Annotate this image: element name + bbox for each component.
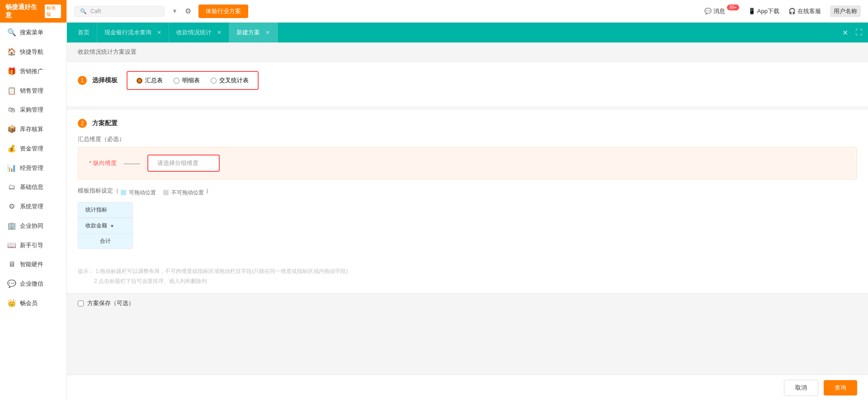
tab-collection-stats-label: 收款情况统计 (176, 28, 212, 37)
step1-title: 选择模板 (92, 76, 118, 85)
member-icon: 👑 (7, 299, 16, 307)
metrics-column-header[interactable]: 收款金额 ▾ (78, 218, 132, 234)
close-tab-button[interactable]: ✕ (840, 27, 850, 39)
tip2: 2.点击标题栏下拉可设置排序、插入列和删除列 (78, 277, 857, 287)
step2-badge: 2 (78, 119, 87, 128)
online-service-item[interactable]: 🎧 在线客服 (788, 7, 821, 15)
sidebar-item-system[interactable]: ⚙ 系统管理 (0, 197, 66, 216)
sidebar-item-quick-nav[interactable]: 🏠 快捷导航 (0, 42, 66, 61)
metrics-total-cell: 合计 (78, 234, 132, 249)
operation-icon: 📊 (7, 164, 16, 172)
guide-icon: 📖 (7, 241, 16, 249)
radio-cross-label: 交叉统计表 (219, 76, 249, 85)
sidebar-item-purchase[interactable]: 🛍 采购管理 (0, 100, 66, 119)
page-header: 收款情况统计方案设置 (67, 42, 868, 62)
cancel-button[interactable]: 取消 (784, 380, 818, 396)
maximize-button[interactable]: ⛶ (854, 27, 864, 39)
sidebar-item-label: 库存核算 (20, 125, 43, 133)
app-download-label: App下载 (757, 7, 779, 15)
column-dropdown-icon[interactable]: ▾ (111, 223, 113, 229)
sidebar-item-search-menu[interactable]: 🔍 搜索菜单 (0, 23, 66, 42)
dimension-select[interactable]: 请选择分组维度 (147, 155, 220, 172)
tab-collection-stats-close[interactable]: ✕ (217, 29, 222, 36)
metrics-legend: 可拖动位置 不可拖动位置 (121, 189, 204, 197)
step1-row: 1 选择模板 汇总表 明细表 交叉统计表 (78, 71, 857, 90)
metrics-header-suffix: ） (206, 187, 212, 195)
save-section: 方案保存（可选） (67, 293, 868, 313)
industry-solution-button[interactable]: 体验行业方案 (198, 5, 248, 18)
wechat-icon: 💬 (7, 279, 16, 288)
user-info[interactable]: 用户名称 (830, 5, 861, 17)
sidebar-item-label: 畅会员 (20, 299, 38, 307)
query-button[interactable]: 查询 (824, 380, 857, 395)
tips-section: 提示： 1.拖动标题栏可以调整布局，不可跨维度或指标区域拖动栏目字段(只能在同一… (67, 259, 868, 293)
sidebar-item-basic-info[interactable]: 🗂 基础信息 (0, 178, 66, 197)
tab-home[interactable]: 首页 (71, 23, 97, 42)
tab-new-plan[interactable]: 新建方案 ✕ (229, 23, 278, 42)
radio-detail-input[interactable] (174, 78, 179, 84)
save-checkbox[interactable] (78, 301, 84, 306)
sidebar-item-member[interactable]: 👑 畅会员 (0, 293, 66, 313)
basic-info-icon: 🗂 (7, 183, 16, 191)
legend-fixed: 不可拖动位置 (163, 189, 204, 197)
tab-new-plan-label: 新建方案 (236, 28, 260, 37)
step2-row: 2 方案配置 (78, 119, 857, 128)
system-icon: ⚙ (7, 202, 16, 211)
tab-cash-flow-label: 现金银行流水查询 (104, 28, 151, 37)
messages-label: 消息 (713, 7, 725, 15)
sidebar-item-finance[interactable]: 💰 资金管理 (0, 139, 66, 158)
sidebar-item-marketing[interactable]: 🎁 营销推广 (0, 61, 66, 81)
gear-icon[interactable]: ⚙ (185, 7, 191, 15)
app-download-item[interactable]: 📱 App下载 (748, 7, 779, 15)
enterprise-icon: 🏢 (7, 221, 16, 230)
content-area: 收款情况统计方案设置 1 选择模板 汇总表 明细表 (67, 42, 868, 400)
fixed-label: 不可拖动位置 (171, 189, 204, 197)
radio-summary-label: 汇总表 (145, 76, 163, 85)
main-area: 🔍 CaR ▼ ⚙ 体验行业方案 💬 消息 99+ 📱 App下载 🎧 在线客服 (67, 0, 868, 400)
search-box[interactable]: 🔍 CaR (74, 6, 165, 17)
logo-text: 畅捷通好生意 (5, 3, 41, 19)
search-text: CaR (90, 8, 101, 14)
radio-cross[interactable]: 交叉统计表 (211, 76, 249, 85)
radio-detail[interactable]: 明细表 (174, 76, 200, 85)
logo-badge: 标准版 (45, 5, 61, 18)
tab-cash-flow-close[interactable]: ✕ (157, 29, 161, 36)
sales-icon: 📋 (7, 86, 16, 95)
sidebar-logo: 畅捷通好生意 标准版 (0, 0, 66, 23)
sidebar-item-inventory[interactable]: 📦 库存核算 (0, 119, 66, 139)
messages-item[interactable]: 💬 消息 99+ (704, 7, 739, 15)
sidebar-item-label: 智能硬件 (20, 260, 43, 268)
save-label: 方案保存（可选） (87, 299, 134, 307)
radio-summary[interactable]: 汇总表 (137, 76, 163, 85)
column-header-label: 收款金额 (85, 222, 107, 230)
tab-new-plan-close[interactable]: ✕ (265, 29, 270, 36)
sidebar: 畅捷通好生意 标准版 🔍 搜索菜单 🏠 快捷导航 🎁 营销推广 📋 销售管理 🛍… (0, 0, 67, 400)
sidebar-item-label: 资金管理 (20, 145, 43, 153)
tip2-text: 2.点击标题栏下拉可设置排序、插入列和删除列 (94, 278, 207, 284)
sidebar-item-guide[interactable]: 📖 新手引导 (0, 235, 66, 255)
save-checkbox-row: 方案保存（可选） (78, 299, 857, 307)
purchase-icon: 🛍 (7, 106, 16, 114)
dimension-area: * 纵向维度 —— 请选择分组维度 (78, 147, 857, 179)
dimension-section-label: 汇总维度（必选） (78, 136, 125, 142)
service-label: 在线客服 (797, 7, 821, 15)
sidebar-item-enterprise[interactable]: 🏢 企业协同 (0, 216, 66, 235)
sidebar-item-operation[interactable]: 📊 经营管理 (0, 158, 66, 178)
dropdown-icon[interactable]: ▼ (172, 8, 178, 14)
movable-dot (121, 190, 126, 195)
sidebar-item-sales[interactable]: 📋 销售管理 (0, 81, 66, 100)
tip1-text: 1.拖动标题栏可以调整布局，不可跨维度或指标区域拖动栏目字段(只能在同一维度或指… (95, 268, 348, 274)
radio-summary-input[interactable] (137, 78, 142, 84)
finance-icon: 💰 (7, 144, 16, 153)
tab-cash-flow[interactable]: 现金银行流水查询 ✕ (97, 23, 169, 42)
sidebar-item-wechat[interactable]: 💬 企业微信 (0, 274, 66, 293)
home-icon: 🏠 (7, 47, 16, 56)
stats-header-label: 统计指标 (85, 207, 107, 213)
sidebar-item-hardware[interactable]: 🖥 智能硬件 (0, 255, 66, 274)
radio-cross-input[interactable] (211, 78, 217, 84)
sidebar-item-label: 营销推广 (20, 67, 43, 75)
tip1: 提示： 1.拖动标题栏可以调整布局，不可跨维度或指标区域拖动栏目字段(只能在同一… (78, 267, 857, 277)
sidebar-item-label: 采购管理 (20, 106, 43, 114)
service-icon: 🎧 (788, 8, 796, 14)
tab-collection-stats[interactable]: 收款情况统计 ✕ (169, 23, 229, 42)
